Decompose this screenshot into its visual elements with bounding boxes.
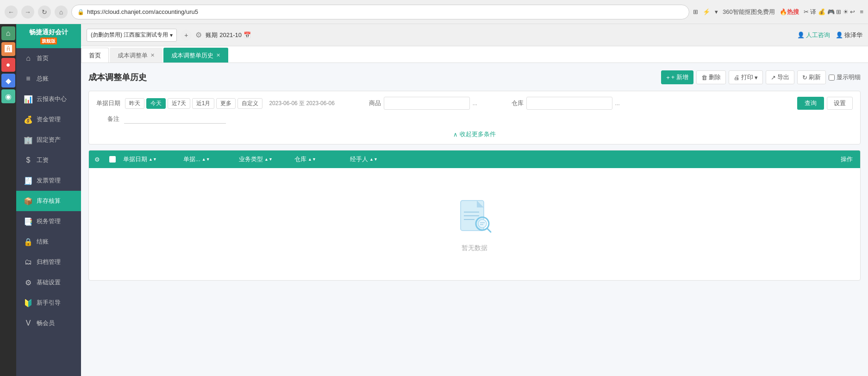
refresh-button[interactable]: ↻ 刷新: [797, 70, 826, 84]
company-selector[interactable]: (勿删勿禁用) 江西服宝测试专用 ▾: [87, 29, 177, 42]
sidebar-item-inventory[interactable]: 📦 库存核算: [16, 191, 81, 211]
date-sort-icon: ▲▼: [149, 157, 157, 162]
top-bar: (勿删勿禁用) 江西服宝测试专用 ▾ + ⚙ 账期 2021-10 📅 👤 人工…: [81, 24, 868, 46]
export-button[interactable]: ↗ 导出: [766, 70, 794, 84]
custom-btn[interactable]: 自定义: [237, 98, 262, 109]
sidebar-item-ledger[interactable]: ≡ 总账: [16, 69, 81, 89]
sidebar-item-guide[interactable]: 🔰 新手引导: [16, 293, 81, 313]
sidebar-label-closing: 结账: [37, 238, 49, 246]
sidebar-item-archive[interactable]: 🗂 归档管理: [16, 252, 81, 272]
remark-label: 备注: [96, 115, 119, 123]
th-docno-label: 单据...: [183, 155, 200, 163]
sidebar-item-tax[interactable]: 📑 税务管理: [16, 211, 81, 232]
back-button[interactable]: ←: [5, 6, 18, 19]
rail-icon-3[interactable]: ●: [1, 58, 15, 72]
browser-tools[interactable]: ✂ 译 💰 🎮 ⊞ ☀ ↩: [804, 8, 856, 16]
today-btn[interactable]: 今天: [146, 98, 166, 109]
goods-more[interactable]: ...: [473, 100, 477, 107]
collapse-label: 收起更多条件: [460, 130, 496, 138]
url-bar[interactable]: 🔒 https://cloud.chanjet.com/accounting/u…: [71, 5, 689, 19]
th-checkbox-box: [109, 156, 116, 163]
print-button[interactable]: 🖨 打印 ▾: [729, 70, 763, 84]
page-title: 成本调整单历史: [88, 72, 147, 83]
user-name-button[interactable]: 👤 徐泽华: [836, 31, 862, 39]
browser-bar: ← → ↻ ⌂ 🔒 https://cloud.chanjet.com/acco…: [0, 0, 868, 24]
tab-cost-adjust[interactable]: 成本调整单 ✕: [110, 48, 162, 63]
goods-filter: 商品 ...: [358, 97, 477, 110]
week7-btn[interactable]: 近7天: [168, 98, 190, 109]
filter-settings-button[interactable]: 设置: [827, 97, 853, 110]
tab-home[interactable]: 首页: [81, 48, 109, 63]
th-warehouse[interactable]: 仓库 ▲▼: [291, 155, 346, 163]
sidebar-item-funds[interactable]: 💰 资金管理: [16, 109, 81, 130]
closing-icon: 🔒: [24, 238, 33, 246]
sidebar-item-assets[interactable]: 🏢 固定资产: [16, 130, 81, 150]
sidebar-nav: ⌂ 首页 ≡ 总账 📊 云报表中心 💰 资金管理 🏢 固定资产 $ 工资: [16, 48, 81, 376]
sidebar-item-invoice[interactable]: 🧾 发票管理: [16, 170, 81, 191]
new-button[interactable]: + + 新增: [661, 70, 693, 84]
sidebar-item-home[interactable]: ⌂ 首页: [16, 48, 81, 69]
more-btn[interactable]: 更多: [216, 98, 236, 109]
query-button[interactable]: 查询: [797, 97, 824, 110]
browser-lightning-icon[interactable]: ⚡: [703, 8, 710, 15]
delete-button[interactable]: 🗑 删除: [696, 70, 726, 84]
user-name-label: 徐泽华: [844, 31, 862, 39]
table-container: ⚙ 单据日期 ▲▼ 单据... ▲▼ 业务类型 ▲▼: [88, 150, 861, 281]
sidebar-label-settings: 基础设置: [37, 278, 61, 287]
settings-gear-icon[interactable]: ⚙: [195, 31, 202, 39]
show-col-toggle[interactable]: 显示明细: [829, 73, 861, 81]
sidebar-item-closing[interactable]: 🔒 结账: [16, 232, 81, 252]
yesterday-btn[interactable]: 昨天: [125, 98, 144, 109]
rail-icon-2[interactable]: 🅰: [1, 42, 15, 56]
home-button[interactable]: ⌂: [55, 6, 68, 19]
sidebar-label-inventory: 库存核算: [37, 197, 61, 205]
goods-input[interactable]: [384, 97, 470, 110]
sidebar-item-reports[interactable]: 📊 云报表中心: [16, 89, 81, 109]
th-checkbox[interactable]: [106, 156, 119, 163]
sidebar: 畅捷通好会计 旗舰版 ⌂ 首页 ≡ 总账 📊 云报表中心 💰 资金管理: [16, 24, 81, 376]
rail-icon-4[interactable]: ◆: [1, 74, 15, 88]
sidebar-item-vip[interactable]: V 畅会员: [16, 313, 81, 333]
rail-home[interactable]: ⌂: [1, 26, 15, 40]
forward-button[interactable]: →: [21, 6, 34, 19]
sidebar-item-settings[interactable]: ⚙ 基础设置: [16, 272, 81, 293]
svg-point-5: [478, 219, 487, 228]
reports-icon: 📊: [24, 95, 33, 104]
service-label: 人工咨询: [806, 31, 830, 39]
th-biztype[interactable]: 业务类型 ▲▼: [235, 155, 291, 163]
remark-input[interactable]: [124, 114, 226, 124]
rail-icon-5[interactable]: ◉: [1, 89, 15, 103]
th-operator[interactable]: 经手人 ▲▼: [346, 155, 402, 163]
invoice-icon: 🧾: [24, 176, 33, 185]
th-operator-label: 经手人: [350, 155, 368, 163]
warehouse-more[interactable]: ...: [615, 100, 620, 107]
empty-text: 暂无数据: [462, 244, 487, 252]
vip-icon: V: [24, 319, 33, 327]
service-button[interactable]: 👤 人工咨询: [797, 31, 830, 39]
tab-cost-adjust-close[interactable]: ✕: [150, 52, 155, 58]
browser-grid-icon[interactable]: ⊞: [693, 8, 698, 15]
service-icon: 👤: [797, 31, 805, 38]
calendar-icon[interactable]: 📅: [244, 31, 251, 38]
collapse-button[interactable]: ∧ 收起更多条件: [453, 130, 496, 138]
add-company-button[interactable]: +: [181, 30, 192, 41]
sidebar-label-funds: 资金管理: [37, 115, 61, 124]
th-operation-label: 操作: [841, 155, 853, 163]
show-col-checkbox-input[interactable]: [829, 75, 835, 81]
th-docno[interactable]: 单据... ▲▼: [180, 155, 235, 163]
browser-dropdown-icon[interactable]: ▾: [715, 8, 718, 15]
warehouse-input[interactable]: [526, 97, 612, 110]
tab-cost-adjust-history[interactable]: 成本调整单历史 ✕: [163, 48, 228, 63]
refresh-button[interactable]: ↻: [38, 6, 51, 19]
month1-btn[interactable]: 近1月: [192, 98, 215, 109]
home-icon: ⌂: [24, 54, 33, 63]
tab-cost-adjust-history-close[interactable]: ✕: [216, 52, 220, 58]
browser-search-label[interactable]: 360智能抠图免费用: [723, 8, 775, 16]
browser-menu[interactable]: ≡: [860, 8, 863, 15]
th-settings[interactable]: ⚙: [89, 156, 106, 163]
refresh-icon: ↻: [802, 74, 807, 81]
th-date[interactable]: 单据日期 ▲▼: [119, 155, 180, 163]
sidebar-label-ledger: 总账: [37, 75, 49, 83]
sidebar-item-salary[interactable]: $ 工资: [16, 150, 81, 170]
top-bar-right: 👤 人工咨询 👤 徐泽华: [797, 31, 862, 39]
